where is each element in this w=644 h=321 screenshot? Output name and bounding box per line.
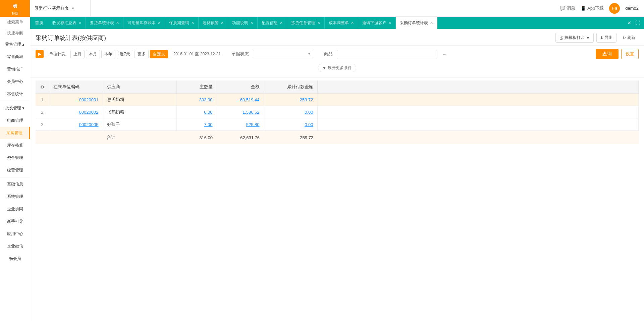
row-amount[interactable]: 60,519.44 — [217, 94, 264, 106]
table-row: 2 00020002 飞鹤奶粉 6.00 1,586.52 0.00 — [36, 106, 639, 118]
refresh-icon: ↻ — [623, 36, 626, 40]
tab-chaochuu[interactable]: 超储预警 ✕ — [199, 17, 228, 29]
tab-bar: 首页 收发存汇总表 ✕ 要货单统计表 ✕ 可用量库存账本 ✕ 保质期查询 ✕ 超… — [30, 17, 644, 29]
date-last-month-btn[interactable]: 上月 — [70, 50, 85, 58]
sidebar-item-member2[interactable]: 畅会员 — [0, 253, 30, 265]
tab-caigou[interactable]: 采购订单统计表 ✕ — [396, 17, 437, 29]
tab-close-icon[interactable]: ✕ — [221, 21, 224, 25]
toggle-filter-btn[interactable]: ▶ — [36, 50, 44, 58]
sidebar-item-marketing[interactable]: 营销推广 — [0, 63, 30, 75]
sidebar-item-inventory[interactable]: 库存核算 — [0, 139, 30, 152]
refresh-button[interactable]: ↻ 刷新 — [619, 33, 639, 42]
status-filter-label: 单据状态 — [231, 51, 249, 57]
print-icon: 🖨 — [559, 36, 563, 40]
col-supplier-header: 供应商 — [103, 81, 176, 94]
row-qty[interactable]: 6.00 — [176, 106, 217, 118]
tab-shoufa[interactable]: 收发存汇总表 ✕ — [48, 17, 86, 29]
tab-close-icon[interactable]: ✕ — [317, 21, 320, 25]
row-code[interactable]: 00020005 — [49, 118, 103, 131]
print-button[interactable]: 🖨 按模板打印 ▼ — [555, 33, 594, 43]
tab-peizhi[interactable]: 配置信息 ✕ — [258, 17, 287, 29]
row-supplier: 惠氏奶粉 — [103, 94, 176, 106]
user-name[interactable]: demo2 — [625, 6, 639, 11]
sidebar-item-retail-stats[interactable]: 零售统计 — [0, 88, 30, 100]
tab-close-all-icon[interactable]: ✕ — [626, 19, 633, 27]
row-amount[interactable]: 1,586.52 — [217, 106, 264, 118]
sidebar-item-new-guide[interactable]: 新手引导 — [0, 215, 30, 228]
tab-paihuorenwu[interactable]: 拣货任务管理 ✕ — [287, 17, 325, 29]
sidebar-item-member[interactable]: 会员中心 — [0, 75, 30, 88]
settings-icon[interactable]: ⚙ — [40, 85, 44, 90]
row-amount[interactable]: 525.80 — [217, 118, 264, 131]
tab-gongneng[interactable]: 功能说明 ✕ — [228, 17, 258, 29]
quick-nav[interactable]: 快捷导航 — [0, 28, 30, 38]
row-code[interactable]: 00020001 — [49, 94, 103, 106]
tab-close-icon[interactable]: ✕ — [158, 21, 161, 25]
tab-close-icon[interactable]: ✕ — [116, 21, 119, 25]
tab-close-icon[interactable]: ✕ — [351, 21, 354, 25]
query-button[interactable]: 查询 — [596, 49, 619, 59]
app-download-btn[interactable]: 📱 App下载 — [581, 5, 604, 11]
user-avatar[interactable]: Ea — [609, 3, 620, 14]
tab-close-icon[interactable]: ✕ — [191, 21, 194, 25]
app-logo[interactable]: 畅 标题 — [0, 0, 30, 17]
col-expand-header — [317, 81, 639, 94]
tab-baoxian[interactable]: 保质期查询 ✕ — [165, 17, 199, 29]
date-this-month-btn[interactable]: 本月 — [86, 50, 100, 58]
sidebar-item-finance[interactable]: 资金管理 — [0, 152, 30, 164]
row-supplier: 好孩子 — [103, 118, 176, 131]
col-qty-header: 主数量 — [176, 81, 217, 94]
export-button[interactable]: ⬇ 导出 — [596, 33, 616, 43]
search-menu[interactable]: 搜索菜单 — [0, 17, 30, 28]
divider-1 — [0, 101, 30, 101]
tab-close-icon[interactable]: ✕ — [430, 21, 433, 25]
tab-close-icon[interactable]: ✕ — [78, 21, 82, 25]
tab-fullscreen-icon[interactable]: ⛶ — [634, 19, 641, 27]
goods-more-icon[interactable]: ··· — [441, 52, 448, 57]
row-paid[interactable]: 0.00 — [264, 118, 317, 131]
col-amount-header: 金额 — [217, 81, 264, 94]
sidebar-item-app-center[interactable]: 应用中心 — [0, 228, 30, 240]
sidebar-item-enterprise[interactable]: 企业协同 — [0, 203, 30, 215]
footer-qty: 316.00 — [176, 131, 217, 144]
row-qty[interactable]: 7.00 — [176, 118, 217, 131]
tab-close-icon[interactable]: ✕ — [388, 21, 391, 25]
row-paid[interactable]: 259.72 — [264, 94, 317, 106]
goods-input[interactable] — [337, 50, 437, 58]
sidebar-item-wechat[interactable]: 企业微信 — [0, 240, 30, 253]
date-filter-label: 单据日期 — [49, 51, 66, 57]
tab-close-icon[interactable]: ✕ — [250, 21, 253, 25]
page-inner: 采购订单统计表(按供应商) 🖨 按模板打印 ▼ ⬇ 导出 ↻ 刷新 — [30, 29, 644, 321]
tab-close-icon[interactable]: ✕ — [280, 21, 283, 25]
tab-home[interactable]: 首页 — [30, 17, 48, 29]
row-paid[interactable]: 0.00 — [264, 106, 317, 118]
row-code[interactable]: 00020002 — [49, 106, 103, 118]
tab-keyong[interactable]: 可用量库存账本 ✕ — [123, 17, 165, 29]
sidebar-item-retail-mall[interactable]: 零售商城 — [0, 51, 30, 63]
expand-conditions-btn[interactable]: ▼ 展开更多条件 — [318, 64, 356, 72]
sidebar-item-wholesale[interactable]: 批发管理 ▼ — [0, 102, 30, 114]
date-custom-btn[interactable]: 自定义 — [150, 50, 168, 58]
row-qty[interactable]: 303.00 — [176, 94, 217, 106]
col-settings-header[interactable]: ⚙ — [36, 81, 49, 94]
tab-bar-actions: ✕ ⛶ — [626, 19, 644, 27]
date-more-btn[interactable]: 更多 — [135, 50, 149, 58]
sidebar-item-basic-info[interactable]: 基础信息 — [0, 178, 30, 191]
message-btn[interactable]: 💬 消息 — [560, 5, 575, 11]
date-this-year-btn[interactable]: 本年 — [101, 50, 115, 58]
sidebar-item-retail-mgmt[interactable]: 零售管理 ▲ — [0, 38, 30, 51]
tab-yaohuo[interactable]: 要货单统计表 ✕ — [86, 17, 123, 29]
settings-button[interactable]: 设置 — [621, 49, 639, 59]
tab-yaoqing[interactable]: 邀请下游客户 ✕ — [358, 17, 396, 29]
sidebar-item-system[interactable]: 系统管理 — [0, 191, 30, 203]
status-select[interactable] — [253, 50, 313, 58]
sidebar-item-purchase[interactable]: 采购管理 — [0, 127, 30, 139]
sidebar-item-ecommerce[interactable]: 电商管理 — [0, 114, 30, 127]
sidebar-item-operation[interactable]: 经营管理 — [0, 164, 30, 176]
filter-area: ▶ 单据日期 上月 本月 本年 近7天 更多 自定义 2016-01-01 至 … — [30, 46, 644, 78]
tab-chengben[interactable]: 成本调整单 ✕ — [325, 17, 358, 29]
date-7days-btn[interactable]: 近7天 — [117, 50, 133, 58]
workspace-selector[interactable]: 母婴行业演示账套 ▼ — [30, 0, 91, 17]
print-chevron-icon: ▼ — [586, 36, 590, 40]
col-paid-header: 累计付款金额 — [264, 81, 317, 94]
